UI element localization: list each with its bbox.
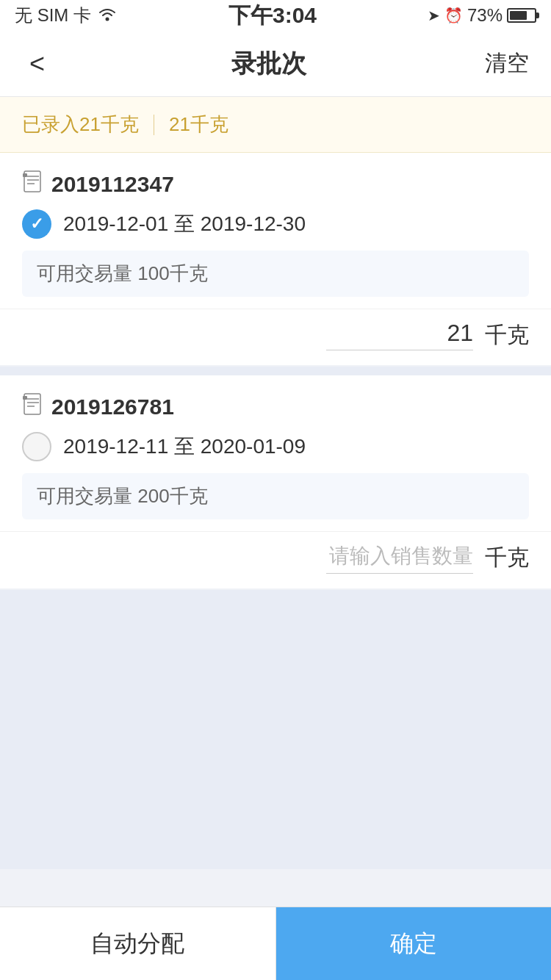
battery-icon xyxy=(507,8,536,23)
qty-unit-2: 千克 xyxy=(485,543,529,573)
batch-header-1: 2019112347 xyxy=(0,153,551,205)
info-value: 21千克 xyxy=(169,112,228,137)
auto-distribute-button[interactable]: 自动分配 xyxy=(0,907,276,980)
batch-icon-2 xyxy=(22,393,44,420)
back-button[interactable]: < xyxy=(22,41,52,87)
batch-id-1: 2019112347 xyxy=(51,172,174,197)
qty-input-row-1: 21 千克 xyxy=(0,309,551,365)
clear-button[interactable]: 清空 xyxy=(485,48,529,79)
confirm-button[interactable]: 确定 xyxy=(276,907,552,980)
qty-value-1: 21 xyxy=(447,320,473,346)
batch-date-1: 2019-12-01 至 2019-12-30 xyxy=(63,210,306,238)
location-icon: ➤ xyxy=(428,7,440,24)
qty-underline-2[interactable]: 请输入销售数量 xyxy=(326,542,473,574)
batch-id-2: 2019126781 xyxy=(51,394,174,419)
battery-percent: 73% xyxy=(467,5,503,26)
batch-date-2: 2019-12-11 至 2020-01-09 xyxy=(63,433,306,461)
section-divider xyxy=(0,367,551,375)
qty-unit-1: 千克 xyxy=(485,320,529,350)
svg-point-0 xyxy=(106,18,109,21)
batch-card-2: 2019126781 2019-12-11 至 2020-01-09 可用交易量… xyxy=(0,375,551,588)
status-left: 无 SIM 卡 xyxy=(15,4,118,27)
batch-card-1: 2019112347 2019-12-01 至 2019-12-30 可用交易量… xyxy=(0,153,551,365)
batch-radio-1[interactable] xyxy=(22,209,51,239)
nav-bar: < 录批次 清空 xyxy=(0,31,551,97)
status-time: 下午3:04 xyxy=(228,1,317,31)
alarm-icon: ⏰ xyxy=(444,7,463,24)
qty-input-row-2: 请输入销售数量 千克 xyxy=(0,531,551,588)
available-qty-1: 可用交易量 100千克 xyxy=(22,251,529,297)
empty-content-area xyxy=(0,590,551,869)
qty-placeholder-2: 请输入销售数量 xyxy=(329,544,473,567)
batch-radio-2[interactable] xyxy=(22,432,51,461)
wifi-icon xyxy=(97,5,118,26)
svg-rect-5 xyxy=(23,173,27,177)
batch-header-2: 2019126781 xyxy=(0,375,551,428)
batch-date-row-1[interactable]: 2019-12-01 至 2019-12-30 xyxy=(0,205,551,243)
info-divider xyxy=(154,115,154,135)
battery-fill xyxy=(510,11,527,20)
batch-icon-1 xyxy=(22,170,44,198)
batch-date-row-2[interactable]: 2019-12-11 至 2020-01-09 xyxy=(0,428,551,466)
status-right: ➤ ⏰ 73% xyxy=(428,5,536,26)
svg-rect-10 xyxy=(23,396,27,400)
page-title: 录批次 xyxy=(231,47,306,81)
available-qty-2: 可用交易量 200千克 xyxy=(22,473,529,519)
info-label: 已录入21千克 xyxy=(22,112,139,137)
qty-underline-1[interactable]: 21 xyxy=(326,320,473,350)
info-banner: 已录入21千克 21千克 xyxy=(0,97,551,153)
bottom-bar: 自动分配 确定 xyxy=(0,907,551,980)
status-bar: 无 SIM 卡 下午3:04 ➤ ⏰ 73% xyxy=(0,0,551,31)
sim-status: 无 SIM 卡 xyxy=(15,4,91,27)
